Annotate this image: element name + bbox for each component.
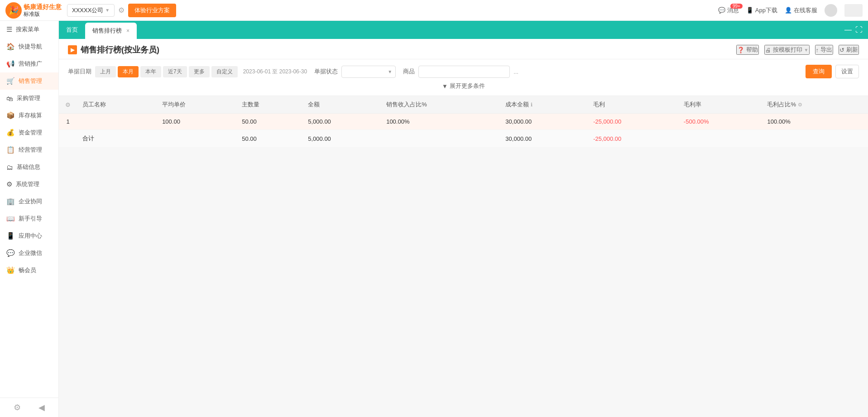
sidebar-item-purchase[interactable]: 🛍 采购管理 [0,90,58,107]
tab-minimize-button[interactable]: — [844,26,852,34]
status-filter: 单据状态 ▼ [314,66,396,78]
page-header: ▶ 销售排行榜(按业务员) ❓ 帮助 🖨 按模板打印 ▼ [59,39,868,59]
experience-button[interactable]: 体验行业方案 [128,4,176,17]
goods-input[interactable] [418,66,510,78]
search-menu-icon: ☰ [6,25,12,34]
expand-icon[interactable]: ▶ [68,45,77,54]
print-label: 按模板打印 [773,46,802,54]
table-container: ⚙ 员工名称 平均单价 主数量 全额 销售收入占比% 成本全额 ℹ [59,96,868,148]
sidebar-item-operations[interactable]: 📋 经营管理 [0,141,58,158]
online-service-button[interactable]: 👤 在线客服 [785,6,817,14]
message-button[interactable]: 💬 消息 99+ [718,6,739,14]
sidebar-item-label: 企业协同 [19,197,42,206]
page-content: ▶ 销售排行榜(按业务员) ❓ 帮助 🖨 按模板打印 ▼ [59,39,868,417]
footer-cost: 30,000.00 [500,130,588,148]
footer-amount: 5,000.00 [302,130,381,148]
settings-button[interactable]: 设置 [835,65,859,78]
appcenter-icon: 📱 [6,232,15,240]
content-area: 首页 销售排行榜 × — ⛶ ▶ 销售排行 [59,21,868,417]
page-inner: ▶ 销售排行榜(按业务员) ❓ 帮助 🖨 按模板打印 ▼ [59,39,868,148]
company-selector[interactable]: XXXXX公司 ▼ [67,4,115,17]
avatar[interactable] [825,4,837,17]
footer-empty [59,130,77,148]
sidebar-item-quicknav[interactable]: 🏠 快捷导航 [0,38,58,55]
status-label: 单据状态 [314,67,338,76]
export-icon: ↑ [816,47,819,53]
col-quantity: 主数量 [236,96,302,114]
sidebar-item-system[interactable]: ⚙ 系统管理 [0,176,58,193]
profit-ratio-info-icon[interactable]: ⚙ [798,102,802,107]
sidebar-item-guide[interactable]: 📖 新手引导 [0,210,58,227]
help-button[interactable]: ❓ 帮助 [736,45,759,55]
sidebar-item-finance[interactable]: 💰 资金管理 [0,124,58,141]
settings-gear-icon[interactable]: ⚙ [118,6,125,14]
cell-quantity: 50.00 [236,114,302,130]
tab-home[interactable]: 首页 [59,21,85,39]
goods-more-link[interactable]: ... [513,68,518,75]
sidebar-item-sales[interactable]: 🛒 销售管理 [0,72,58,90]
date-tab-last-month[interactable]: 上月 [95,66,116,77]
cell-avg-price: 100.00 [157,114,236,130]
sidebar-item-search[interactable]: ☰ 搜索菜单 [0,21,58,38]
col-cost: 成本全额 ℹ [500,96,588,114]
sidebar-item-inventory[interactable]: 📦 库存核算 [0,107,58,124]
tab-label: 销售排行榜 [92,27,122,35]
date-tab-current-month[interactable]: 本月 [118,66,139,77]
table-row: 1 100.00 50.00 5,000.00 100.00% 30,000.0… [59,114,868,130]
col-sales-ratio: 销售收入占比% [381,96,500,114]
status-select[interactable] [341,66,396,78]
goods-label: 商品 [403,67,415,76]
tab-sales-ranking[interactable]: 销售排行榜 × [85,23,137,39]
sidebar-item-label: 搜索菜单 [16,25,39,34]
tab-right-actions: — ⛶ [844,26,868,34]
export-button[interactable]: ↑ 导出 [815,45,834,55]
goods-filter: 商品 ... [403,66,518,78]
logo-main: 畅康通好生意 [24,3,62,11]
footer-profit: -25,000.00 [588,130,678,148]
date-tab-custom[interactable]: 自定义 [211,66,238,77]
sidebar-item-basicinfo[interactable]: 🗂 基础信息 [0,158,58,176]
sidebar-item-member[interactable]: 👑 畅会员 [0,262,58,279]
column-settings-icon[interactable]: ⚙ [65,101,71,108]
filter-row: 单据日期 上月 本月 本年 近7天 更多 自定义 2023-06-01 至 20… [68,65,859,78]
sidebar-item-label: 快捷导航 [19,43,42,51]
help-icon: ❓ [737,47,744,53]
tab-close-icon[interactable]: × [126,28,129,34]
page-actions: ❓ 帮助 🖨 按模板打印 ▼ ↑ 导出 [736,45,859,55]
basicinfo-icon: 🗂 [6,163,13,171]
date-tab-current-year[interactable]: 本年 [140,66,161,77]
expand-conditions-button[interactable]: ▼ 展开更多条件 [442,82,485,90]
refresh-label: 刷新 [846,46,858,54]
wechat-icon: 💬 [6,249,15,257]
inventory-icon: 📦 [6,111,15,120]
date-range-display: 2023-06-01 至 2023-06-30 [243,68,307,76]
date-tab-more[interactable]: 更多 [189,66,210,77]
guide-icon: 📖 [6,215,15,223]
sidebar-item-wechat[interactable]: 💬 企业微信 [0,244,58,262]
sidebar-settings-icon[interactable]: ⚙ [14,403,21,412]
date-tab-7days[interactable]: 近7天 [163,66,187,77]
online-service-label: 在线客服 [794,6,817,14]
query-button[interactable]: 查询 [806,65,832,78]
cell-employee [77,114,157,130]
sidebar-collapse-icon[interactable]: ◀ [38,403,45,412]
sidebar-item-label: 采购管理 [17,94,40,102]
top-bar-right: 💬 消息 99+ 📱 App下载 👤 在线客服 [718,4,863,17]
app-download-button[interactable]: 📱 App下载 [746,6,777,14]
tab-maximize-button[interactable]: ⛶ [855,26,863,34]
logo-sub: 标准版 [24,11,62,18]
message-badge: 99+ [730,4,743,9]
sidebar-item-label: 基础信息 [17,163,40,171]
cost-info-icon[interactable]: ℹ [531,102,532,107]
sidebar-item-marketing[interactable]: 📢 营销推广 [0,55,58,72]
print-button[interactable]: 🖨 按模板打印 ▼ [764,45,810,55]
sidebar-item-label: 资金管理 [19,129,42,137]
sidebar-item-appcenter[interactable]: 📱 应用中心 [0,227,58,244]
sidebar-item-label: 新手引导 [19,215,42,223]
app-download-label: App下载 [755,6,777,14]
sidebar-item-enterprise[interactable]: 🏢 企业协同 [0,193,58,210]
date-filter: 单据日期 上月 本月 本年 近7天 更多 自定义 2023-06-01 至 20… [68,66,307,77]
refresh-button[interactable]: ↺ 刷新 [839,45,859,55]
message-icon: 💬 [718,7,725,14]
col-settings: ⚙ [59,96,77,114]
